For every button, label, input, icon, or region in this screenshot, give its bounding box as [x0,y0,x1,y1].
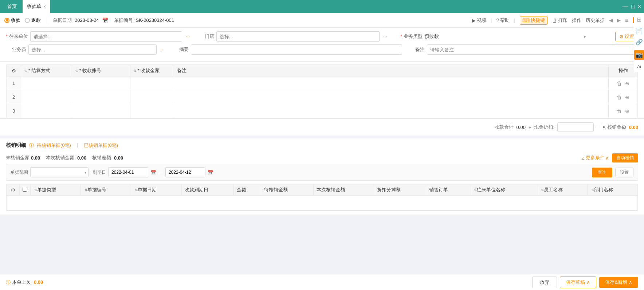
account-cell-1 [72,77,130,90]
remark-input[interactable] [427,44,638,55]
gear-col-header[interactable]: ⚙ [7,184,20,196]
next-page-icon[interactable]: ▶ [617,17,621,23]
select-all-checkbox[interactable] [23,187,27,192]
row-num-2: 2 [7,90,21,104]
footer-info-icon: ⓘ [6,279,11,286]
tab-home[interactable]: 首页 [3,0,21,13]
maximize-icon[interactable]: □ [631,3,635,10]
settlement-input-3[interactable] [21,104,72,118]
minimize-icon[interactable]: — [623,3,628,10]
business-type-dropdown[interactable]: ▾ [584,34,586,39]
sidebar-camera-icon[interactable]: 📷 [634,50,644,60]
ai-text-label[interactable]: Ai [637,64,641,69]
query-btn[interactable]: 查询 [592,168,612,177]
writeoff-section: 核销明细 ⓘ 待核销单据(0笔) | 已核销单据(0笔) 未核销金额 0.00 … [0,138,644,215]
draft-btn[interactable]: 保存草稿 ∧ [560,277,596,288]
writeoff-actions: ⊿ 更多条件 ∧ 自动核销 [581,153,638,162]
type-sort-icon: ⇅ [34,188,37,192]
footer: ⓘ 本单上欠 0.00 放弃 保存草稿 ∧ 保存&新增 ∧ [0,274,644,290]
settlement-input-1[interactable] [21,77,72,90]
table-settings-icon[interactable]: ⚙ [12,68,16,74]
tab-active[interactable]: 收款单 × [23,0,50,13]
discard-btn[interactable]: 放弃 [532,277,557,288]
table-settings-header[interactable]: ⚙ [7,65,21,77]
print-btn[interactable]: 🖨 打印 [552,17,568,24]
amount-input-3[interactable] [130,104,174,118]
copy-row-2-icon[interactable]: ⊕ [625,94,629,100]
salesperson-more-btn[interactable]: ··· [159,47,166,52]
done-tab[interactable]: 已核销单据(0笔) [84,142,118,149]
checkbox-col-header[interactable] [20,184,31,196]
operation-header: 操作 [609,65,638,77]
help-btn[interactable]: ? 帮助 [496,17,510,24]
store-more-btn[interactable]: ··· [382,34,389,39]
draft-arrow-icon: ∧ [586,279,590,285]
video-btn[interactable]: ▶ 视频 [472,17,486,24]
store-input[interactable] [216,31,380,42]
counterpart-more-btn[interactable]: ··· [184,34,192,39]
close-icon[interactable]: × [638,3,641,10]
delete-row-1-icon[interactable]: 🗑 [617,81,622,86]
history-btn[interactable]: 历史单据 [586,17,605,24]
amount-input-1[interactable] [130,77,174,90]
auto-writeoff-btn[interactable]: 自动核销 [612,153,638,162]
gear-icon[interactable]: ⚙ [11,187,15,193]
sidebar-table-icon[interactable]: ⊞ [637,16,641,23]
prev-page-icon[interactable]: ◀ [609,17,613,23]
copy-row-1-icon[interactable]: ⊕ [625,81,629,86]
copy-row-3-icon[interactable]: ⊕ [625,108,629,114]
account-cell-3 [72,104,130,118]
save-new-btn[interactable]: 保存&新增 ∧ [599,277,638,288]
shortcut-btn[interactable]: ⌨ 快捷键 [520,16,547,25]
refund-radio[interactable]: 退款 [25,17,41,24]
account-input-2[interactable] [72,90,130,104]
operation-btn[interactable]: 操作 [572,17,581,24]
summary-input[interactable] [191,44,402,55]
range-select[interactable] [30,167,89,177]
amount-header: ⇅ * 收款金额 [130,65,174,77]
list-icon[interactable]: ≡ [625,17,628,24]
date-header: ⇅单据日期 [131,184,181,196]
sidebar-link-icon[interactable]: 🔗 [636,39,643,46]
due-date-end-input[interactable] [165,167,205,177]
settlement-input-2[interactable] [21,90,72,104]
end-date-calendar-icon[interactable]: 📅 [208,170,213,175]
date-value: 2023-03-24 [75,17,99,23]
receipt-radio[interactable]: 收款 [4,17,20,24]
empty-row-cell [7,196,638,211]
doc-date-field: 单据日期 2023-03-24 📅 [53,17,108,24]
counterpart-input[interactable] [30,31,182,42]
due-date-header: 收款到期日 [181,184,233,196]
bottom-table-empty-row [7,196,638,211]
form-row-2: 业务员 ··· 摘要 备注 [6,44,638,55]
amount-input-2[interactable] [130,90,174,104]
receipt-radio-circle [4,18,9,23]
salesperson-input[interactable] [28,44,157,55]
delete-row-2-icon[interactable]: 🗑 [617,94,622,100]
more-conditions-btn[interactable]: ⊿ 更多条件 ∧ [581,154,609,161]
sidebar-doc-icon[interactable]: 📄 [636,27,643,34]
chevron-up-icon: ∧ [605,155,609,161]
discount-input[interactable] [557,122,594,132]
pending-tab[interactable]: 待核销单据(0笔) [37,142,71,149]
note-input-3[interactable] [174,104,608,118]
tab-close-icon[interactable]: × [43,4,46,9]
refund-radio-circle [25,18,30,23]
delete-row-3-icon[interactable]: 🗑 [617,108,622,114]
writeoff-info-icon[interactable]: ⓘ [29,142,34,149]
receipt-label: 收款 [11,17,20,24]
note-input-2[interactable] [174,90,608,104]
date-calendar-icon[interactable]: 📅 [102,17,108,23]
note-input-1[interactable] [174,77,608,90]
account-input-3[interactable] [72,104,130,118]
setting-btn2[interactable]: 设置 [615,168,633,177]
note-header: 备注 [174,65,609,77]
business-type-label: 业务类型 [400,33,423,40]
summary-label: 摘要 [178,46,189,53]
remark-field: 备注 [414,44,638,55]
settlement-sort-icon: ⇅ [24,69,27,73]
start-date-calendar-icon[interactable]: 📅 [150,170,156,175]
action-cell-2: 🗑 ⊕ [609,90,638,104]
account-input-1[interactable] [72,77,130,90]
due-date-start-input[interactable] [108,167,148,177]
